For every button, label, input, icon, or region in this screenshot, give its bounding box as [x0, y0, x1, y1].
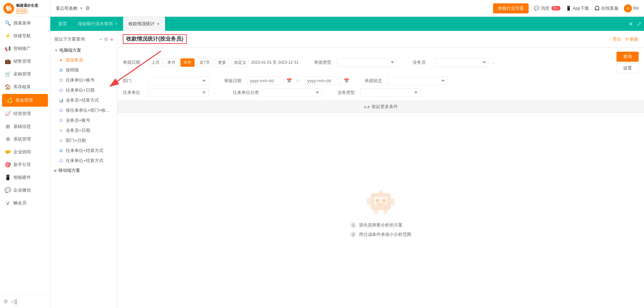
collapse-footer-icon[interactable]: ◁‖: [11, 298, 17, 305]
search-label: 搜索菜单: [13, 20, 31, 26]
refresh-btn[interactable]: ↻ 刷新: [625, 36, 639, 42]
salesman-more-icon[interactable]: ...: [492, 60, 495, 65]
system-icon: ⚙: [5, 136, 11, 142]
partner_date-label: 往来单位+日期: [66, 87, 95, 93]
sidebar-item-wechat[interactable]: 💬 企业微信: [0, 184, 50, 197]
sidebar-item-guide[interactable]: 🎯 新手引导: [0, 158, 50, 171]
tree-item-by_salesman[interactable]: ● 按业务员: [50, 55, 117, 65]
collapse-bar: ∧∧ 收起更多条件: [117, 101, 644, 113]
trial-btn[interactable]: 体验行业方案: [493, 3, 529, 13]
finance-label: 资金管理: [15, 97, 33, 103]
collapse-btn[interactable]: ∧∧ 收起更多条件: [364, 104, 398, 110]
sidebar-item-hardware[interactable]: 📱 智能硬件: [0, 171, 50, 184]
date-btn-more[interactable]: 更多: [215, 58, 229, 67]
service-action[interactable]: 🎧 在线客服: [594, 5, 619, 11]
sidebar-item-search[interactable]: 🔍 搜索菜单: [0, 17, 50, 30]
download-action[interactable]: 📱 App下载: [566, 5, 589, 11]
partner-category-select-wrap: [262, 88, 322, 97]
tip-item-1: 1 请先选择要分析的方案: [350, 222, 411, 228]
sidebar-item-purchase[interactable]: 🛒 采购管理: [0, 68, 50, 81]
biztype-label: 业务类型: [337, 90, 358, 96]
sidebar-item-system[interactable]: ⚙ 系统管理: [0, 133, 50, 146]
partner-more-icon[interactable]: ...: [214, 90, 217, 95]
tree-item-salesman_date[interactable]: ⊙ 业务员+日期: [50, 125, 117, 136]
partner-select[interactable]: [148, 88, 209, 97]
partner-category-select[interactable]: [262, 88, 322, 97]
tree-root-mobile[interactable]: ▶移动端方案: [50, 166, 117, 175]
date-btn-this-year[interactable]: 本年: [180, 58, 195, 67]
tab-home-label: 首页: [58, 21, 67, 27]
sidebar-item-finance[interactable]: 💰 资金管理: [2, 94, 48, 107]
gear-icon[interactable]: ⚙: [85, 5, 90, 11]
tree-item-partner_payment2[interactable]: ⊡ 往来单位+结算方式: [50, 156, 117, 166]
sales-label: 销售管理: [13, 58, 31, 64]
sidebar-item-marketing[interactable]: 📢 营销推广: [0, 42, 50, 55]
tree-item-partner_date[interactable]: ⊡ 往来单位+日期: [50, 85, 117, 95]
hardware-label: 智能硬件: [13, 174, 31, 181]
tree-item-partner_payment1[interactable]: ⊞ 往来单位+结算方式: [50, 146, 117, 156]
tab-bank[interactable]: 现金银行流水查询 ✕: [72, 17, 123, 31]
by_detail-icon: ⊞: [58, 67, 64, 73]
tip-item-2: 2 用过滤条件来缩小分析范围: [350, 232, 411, 238]
settings-footer-icon[interactable]: ⚙: [3, 298, 8, 305]
tree-item-partner_dept[interactable]: ⊡ 按往来单位+部门+收...: [50, 105, 117, 115]
doctype-select[interactable]: [337, 58, 397, 67]
panel-collapse-icon[interactable]: «: [110, 37, 113, 42]
company-arrow-icon[interactable]: ▾: [80, 6, 83, 11]
review-date-end[interactable]: [304, 76, 341, 85]
tree-root-desktop[interactable]: ▼电脑端方案: [50, 46, 117, 55]
date-btn-last-month[interactable]: 上月: [148, 58, 162, 67]
tab-home[interactable]: 首页: [53, 17, 72, 31]
tree-item-by_detail[interactable]: ⊞ 按明细: [50, 65, 117, 75]
date-btn-7days[interactable]: 近7天: [197, 58, 213, 67]
dept-select[interactable]: [148, 76, 209, 85]
sidebar-item-member[interactable]: V 畅会员: [0, 197, 50, 209]
tree-item-partner_account[interactable]: ⊡ 往来单位+账号: [50, 75, 117, 85]
tab-collection-label: 收款情况统计: [128, 21, 155, 27]
tab-collection[interactable]: 收款情况统计 ✕: [123, 17, 165, 31]
sidebar-item-quicknav[interactable]: ⚡ 快捷导航: [0, 30, 50, 42]
sidebar-footer: ⚙ ◁‖: [0, 295, 50, 308]
user-action[interactable]: R Rit: [624, 4, 639, 12]
collapse-chevron-icon: ∧∧: [364, 104, 370, 109]
date-btn-this-month[interactable]: 本月: [164, 58, 178, 67]
docstatus-select[interactable]: [387, 76, 448, 85]
by_salesman-icon: ●: [58, 57, 64, 63]
tree-item-salesman_payment[interactable]: 📊 业务员+结算方式: [50, 95, 117, 105]
svg-rect-6: [367, 198, 371, 205]
sidebar-item-basic[interactable]: ⊞ 基础信息: [0, 120, 50, 133]
dept-label: 部门: [123, 78, 143, 84]
guide-label: 新手引导: [13, 162, 31, 168]
tabbar-expand-icon[interactable]: ⤢: [637, 21, 641, 27]
sidebar-item-inventory[interactable]: 🏠 库存核算: [0, 81, 50, 93]
tabbar-close-icon[interactable]: ✕: [629, 21, 633, 27]
tree-item-dept_date[interactable]: ⊙ 部门+日期: [50, 136, 117, 146]
empty-area: 1 请先选择要分析的方案 2 用过滤条件来缩小分析范围: [117, 113, 644, 308]
topbar-left: 某公司名称 ▾ ⚙: [56, 5, 489, 11]
tab-bank-close-icon[interactable]: ✕: [115, 22, 118, 26]
date-btn-custom[interactable]: 自定义: [231, 58, 249, 67]
dept_date-label: 部门+日期: [66, 138, 86, 144]
query-btn[interactable]: 查询: [616, 52, 639, 62]
partner_dept-label: 按往来单位+部门+收...: [66, 107, 109, 113]
corp-icon: 🤝: [5, 149, 11, 155]
panel-setting-icon[interactable]: ⚙: [104, 37, 108, 42]
download-icon: 📱: [566, 6, 571, 11]
biztype-select[interactable]: [360, 88, 421, 97]
message-action[interactable]: 💬 消息 99+: [534, 5, 560, 11]
sidebar-item-operation[interactable]: 📈 经营管理: [0, 107, 50, 120]
salesman_date-label: 业务员+日期: [66, 127, 90, 134]
review-date-start[interactable]: [247, 76, 284, 85]
sidebar-item-sales[interactable]: 💼 销售管理: [0, 55, 50, 68]
tree-item-salesman_account[interactable]: ⊡ 业务员+账号: [50, 115, 117, 125]
setting-btn[interactable]: 设置: [616, 63, 639, 73]
salesman-select[interactable]: [435, 58, 489, 67]
panel-add-icon[interactable]: +: [99, 37, 102, 42]
export-btn[interactable]: ↑ 导出: [609, 36, 622, 42]
company-name: 某公司名称: [56, 5, 77, 11]
sidebar-item-corp[interactable]: 🤝 企业协同: [0, 146, 50, 158]
left-panel: 按以下方案查询 + ⚙ « ▼电脑端方案 ● 按业务员 ⊞ 按明细 ⊡ 往来单位…: [50, 31, 117, 308]
review-date-cal-icon[interactable]: 📅: [286, 78, 292, 83]
review-date-end-cal-icon[interactable]: 📅: [344, 78, 349, 83]
tab-collection-close-icon[interactable]: ✕: [157, 22, 160, 26]
